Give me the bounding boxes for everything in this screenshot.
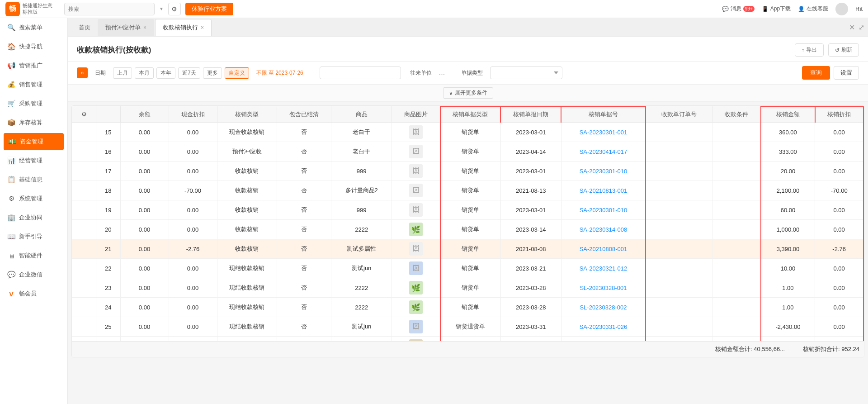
user-avatar[interactable]	[835, 3, 848, 15]
sidebar-item-marketing[interactable]: 📢 营销推广	[0, 56, 67, 75]
cell-verify-type: 收款核销	[217, 162, 277, 181]
voucher-type-select[interactable]	[490, 67, 562, 79]
sidebar-item-member[interactable]: V 畅会员	[0, 284, 67, 303]
cell-verify-bill-no: SA-20230331-026	[561, 317, 646, 337]
verify-bill-no-link[interactable]: SA-20210813-001	[580, 187, 627, 194]
sidebar-item-smart-hw[interactable]: 🖥 智能硬件	[0, 246, 67, 265]
verify-bill-no-link[interactable]: SA-20210808-001	[580, 246, 627, 252]
settings-icon-btn[interactable]: ⚙	[168, 3, 181, 15]
sidebar-item-basic-info[interactable]: 📋 基础信息	[0, 170, 67, 189]
search-input[interactable]	[64, 3, 155, 15]
sidebar-item-quick-nav[interactable]: 🏠 快捷导航	[0, 37, 67, 56]
cell-verify-bill-date: 2023-03-01	[500, 123, 561, 142]
cell-receipt-condition	[712, 220, 761, 239]
cell-balance: 0.00	[120, 317, 169, 337]
verify-bill-no-link[interactable]: SA-20230321-012	[580, 265, 627, 272]
verify-bill-no-link[interactable]: SA-20230301-010	[580, 207, 627, 214]
cell-verify-bill-date: 2022-04-14	[500, 337, 561, 342]
verify-bill-no-link[interactable]: SL-20230328-002	[580, 304, 627, 311]
cell-verify-type: 现结收款核销	[217, 298, 277, 317]
sidebar-item-system[interactable]: ⚙ 系统管理	[0, 189, 67, 208]
cell-cash-discount: 0.00	[169, 142, 217, 162]
industry-solution-btn[interactable]: 休验行业方案	[185, 3, 233, 15]
sidebar-item-sales[interactable]: 💰 销售管理	[0, 75, 67, 94]
finance-icon: 💵	[8, 138, 16, 146]
sidebar-item-wechat[interactable]: 💬 企业微信	[0, 265, 67, 284]
app-download-btn[interactable]: 📱 App下载	[762, 5, 791, 13]
tab-home[interactable]: 首页	[71, 24, 98, 32]
system-icon: ⚙	[7, 195, 15, 203]
cell-verify-bill-type: 销货单	[440, 220, 501, 239]
sidebar-item-operations[interactable]: 📊 经营管理	[0, 151, 67, 170]
cell-receipt-order-no	[646, 162, 712, 181]
query-button[interactable]: 查询	[802, 66, 830, 80]
cell-include-settled: 否	[277, 142, 331, 162]
total-verify-discount: 核销折扣合计: 952.24	[803, 345, 859, 353]
cell-include-settled: 否	[277, 181, 331, 200]
tab-receivable-close-icon[interactable]: ×	[201, 24, 204, 31]
cell-include-settled: 否	[277, 317, 331, 337]
date-btn-this-year[interactable]: 本年	[156, 67, 175, 79]
tab-close-all-icon[interactable]: ✕	[849, 23, 855, 32]
online-service-btn[interactable]: 👤 在线客服	[798, 5, 828, 13]
cell-goods: 123D商品	[331, 337, 392, 342]
tab-receivable-label: 收款核销执行	[163, 24, 198, 32]
verify-bill-no-link[interactable]: SL-20230328-001	[580, 285, 627, 291]
sidebar-item-purchase[interactable]: 🛒 采购管理	[0, 94, 67, 113]
partner-input[interactable]	[320, 67, 401, 79]
date-btn-last-month[interactable]: 上月	[113, 67, 132, 79]
col-header-gear[interactable]: ⚙	[72, 106, 96, 123]
cell-goods: 测试jun	[331, 259, 392, 278]
tab-prepay[interactable]: 预付冲应付单 ×	[98, 19, 154, 36]
cell-goods: 老白干	[331, 142, 392, 162]
search-icon: 🔍	[7, 24, 15, 32]
cell-balance: 0.00	[120, 298, 169, 317]
verify-bill-no-link[interactable]: SA-20230301-010	[580, 168, 627, 175]
messages-badge: 99+	[743, 6, 755, 12]
sidebar-item-guide[interactable]: 📖 新手引导	[0, 227, 67, 246]
date-btn-custom[interactable]: 自定义	[225, 67, 249, 79]
tab-prepay-close-icon[interactable]: ×	[143, 24, 146, 31]
date-btn-7days[interactable]: 近7天	[178, 67, 200, 79]
table-row: 21 0.00 -2.76 收款核销 否 测试多属性 🖼 销货单 2021-08…	[72, 239, 863, 259]
cell-goods-img: 🌿	[392, 278, 440, 298]
smart-hw-icon: 🖥	[7, 252, 15, 260]
verify-bill-no-link[interactable]: SA-20230331-026	[580, 323, 627, 330]
cell-cash-discount: 0.00	[169, 220, 217, 239]
date-btn-this-month[interactable]: 本月	[135, 67, 154, 79]
messages-btn[interactable]: 💬 消息 99+	[722, 5, 755, 13]
cell-verify-type: 预付冲应收	[217, 142, 277, 162]
cell-verify-discount: 0.00	[815, 162, 863, 181]
cell-verify-type: 现结收款核销	[217, 259, 277, 278]
cell-goods-img: 🌿	[392, 220, 440, 239]
more-filters-dots[interactable]: ...	[439, 69, 445, 77]
expand-conditions-button[interactable]: ∨ 展开更多条件	[443, 87, 493, 99]
user-name: Rit	[855, 5, 863, 12]
cell-balance: 0.00	[120, 239, 169, 259]
sidebar-item-search-menu[interactable]: 🔍 搜索菜单	[0, 18, 67, 37]
verify-bill-no-link[interactable]: SA-20230314-008	[580, 226, 627, 233]
sidebar-item-enterprise[interactable]: 🏢 企业协同	[0, 208, 67, 227]
cell-verify-amount: 3,390.00	[761, 239, 815, 259]
operations-icon: 📊	[7, 157, 15, 165]
filter-toggle-button[interactable]: »	[77, 67, 88, 78]
cell-seq: 15	[96, 123, 121, 142]
verify-bill-no-link[interactable]: SA-20230301-001	[580, 129, 627, 136]
search-dropdown-icon[interactable]: ▼	[159, 6, 164, 11]
cell-goods-img: 🖼	[392, 162, 440, 181]
sidebar-item-inventory[interactable]: 📦 库存核算	[0, 113, 67, 132]
cell-verify-bill-date: 2023-03-21	[500, 259, 561, 278]
verify-bill-no-link[interactable]: SA-20230414-017	[580, 148, 627, 155]
refresh-button[interactable]: ↺ 刷新	[828, 43, 859, 57]
cell-verify-amount: 20.00	[761, 337, 815, 342]
date-btn-more[interactable]: 更多	[203, 67, 222, 79]
col-header-verify-discount: 核销折扣	[815, 106, 863, 123]
tab-receivable[interactable]: 收款核销执行 ×	[155, 19, 212, 36]
cell-receipt-condition	[712, 162, 761, 181]
sidebar-item-finance[interactable]: 💵 资金管理	[4, 133, 64, 150]
export-button[interactable]: ↑ 导出	[795, 43, 824, 57]
cell-verify-bill-type: 销货单	[440, 123, 501, 142]
settings-button[interactable]: 设置	[834, 66, 859, 80]
table-scroll-area[interactable]: ⚙ 余额 现金折扣 核销类型 包含已结清 商品 商品图片 核销单据类型 核销单报…	[72, 106, 864, 341]
tab-expand-icon[interactable]: ⤢	[859, 23, 864, 32]
